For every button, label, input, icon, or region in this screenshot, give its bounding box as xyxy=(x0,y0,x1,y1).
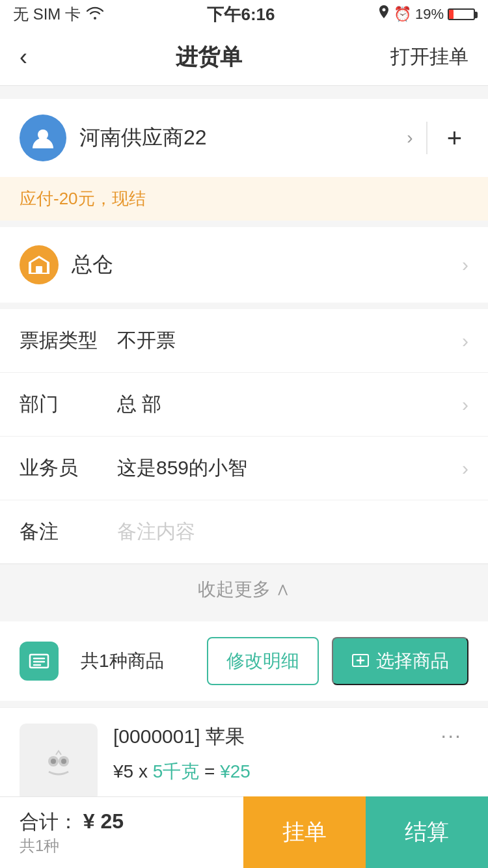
warehouse-icon xyxy=(20,245,59,284)
wifi-icon xyxy=(86,5,104,23)
collapse-bar[interactable]: 收起更多 ∧ xyxy=(0,563,488,615)
hang-label: 挂单 xyxy=(282,817,327,847)
salesperson-arrow-icon: › xyxy=(462,457,468,480)
dept-row[interactable]: 部门 总 部 › xyxy=(0,373,488,437)
product-name: [0000001] 苹果 xyxy=(113,724,434,750)
supplier-row[interactable]: 河南供应商22 › + xyxy=(0,99,488,177)
salesperson-value: 这是859的小智 xyxy=(117,455,462,481)
nav-bar: ‹ 进货单 打开挂单 xyxy=(0,29,488,86)
warehouse-arrow-icon: › xyxy=(462,254,468,276)
product-name-text: 苹果 xyxy=(206,726,245,747)
settle-label: 结算 xyxy=(405,817,449,847)
svg-rect-1 xyxy=(36,266,42,273)
location-icon xyxy=(378,5,390,23)
supplier-arrow-icon: › xyxy=(407,128,413,148)
footer-total: 合计： ¥ 25 共1种 xyxy=(0,796,243,868)
footer: 合计： ¥ 25 共1种 挂单 结算 xyxy=(0,796,488,868)
warehouse-row[interactable]: 总仓 › xyxy=(0,221,488,303)
total-amount: ¥ 25 xyxy=(83,809,124,833)
add-supplier-button[interactable]: + xyxy=(441,124,468,153)
back-button[interactable]: ‹ xyxy=(20,44,27,71)
salesperson-label: 业务员 xyxy=(20,455,111,481)
carrier-label: 无 SIM 卡 xyxy=(13,4,81,25)
supplier-divider xyxy=(426,122,427,154)
product-toolbar: 共1种商品 修改明细 选择商品 xyxy=(0,615,488,701)
battery-icon xyxy=(448,8,475,20)
select-product-label: 选择商品 xyxy=(376,649,449,673)
supplier-name: 河南供应商22 xyxy=(79,124,407,152)
invoice-row[interactable]: 票据类型 不开票 › xyxy=(0,309,488,373)
product-info: [0000001] 苹果 ¥5 x 5千克 = ¥25 xyxy=(113,724,434,784)
hang-button[interactable]: 挂单 xyxy=(243,796,366,868)
product-code: [0000001] xyxy=(113,726,200,747)
supplier-avatar xyxy=(20,115,66,161)
invoice-label: 票据类型 xyxy=(20,327,111,354)
supplier-section: 河南供应商22 › + 应付-20元，现结 xyxy=(0,99,488,221)
select-product-button[interactable]: 选择商品 xyxy=(332,637,468,685)
salesperson-row[interactable]: 业务员 这是859的小智 › xyxy=(0,437,488,500)
remark-label: 备注 xyxy=(20,519,111,545)
status-left: 无 SIM 卡 xyxy=(13,4,104,25)
alarm-icon: ⏰ xyxy=(394,6,411,23)
collapse-label: 收起更多 ∧ xyxy=(198,579,291,599)
dept-arrow-icon: › xyxy=(462,394,468,416)
notice-bar: 应付-20元，现结 xyxy=(0,177,488,221)
modify-detail-button[interactable]: 修改明细 xyxy=(207,637,319,685)
time-display: 下午6:16 xyxy=(207,3,275,26)
footer-count: 共1种 xyxy=(20,835,224,856)
product-count-icon xyxy=(20,642,59,681)
status-right: ⏰ 19% xyxy=(378,5,475,23)
remark-row[interactable]: 备注 备注内容 xyxy=(0,500,488,563)
settle-button[interactable]: 结算 xyxy=(366,796,488,868)
open-hang-button[interactable]: 打开挂单 xyxy=(390,44,468,70)
status-bar: 无 SIM 卡 下午6:16 ⏰ 19% xyxy=(0,0,488,29)
section-gap-1 xyxy=(0,86,488,99)
page-title: 进货单 xyxy=(176,42,242,72)
svg-point-8 xyxy=(51,759,56,764)
remark-input[interactable]: 备注内容 xyxy=(117,519,468,545)
equals-symbol: = xyxy=(204,761,215,781)
product-more-button[interactable]: ··· xyxy=(434,724,468,748)
product-price: ¥5 x 5千克 = ¥25 xyxy=(113,759,434,784)
quantity: 5千克 xyxy=(153,761,200,781)
invoice-arrow-icon: › xyxy=(462,330,468,352)
invoice-value: 不开票 xyxy=(117,327,462,354)
footer-total-row: 合计： ¥ 25 xyxy=(20,809,224,835)
item-total: ¥25 xyxy=(220,761,251,781)
dept-value: 总 部 xyxy=(117,391,462,418)
warehouse-name: 总仓 xyxy=(72,251,462,279)
total-label: 合计： xyxy=(20,811,78,832)
product-count-text: 共1种商品 xyxy=(81,649,194,673)
multiply-symbol: x xyxy=(139,761,148,781)
unit-price: ¥5 xyxy=(113,761,133,781)
form-section: 票据类型 不开票 › 部门 总 部 › 业务员 这是859的小智 › 备注 备注… xyxy=(0,303,488,563)
svg-point-9 xyxy=(61,759,66,764)
dept-label: 部门 xyxy=(20,391,111,418)
battery-percent: 19% xyxy=(415,6,444,23)
product-thumbnail xyxy=(20,724,98,802)
